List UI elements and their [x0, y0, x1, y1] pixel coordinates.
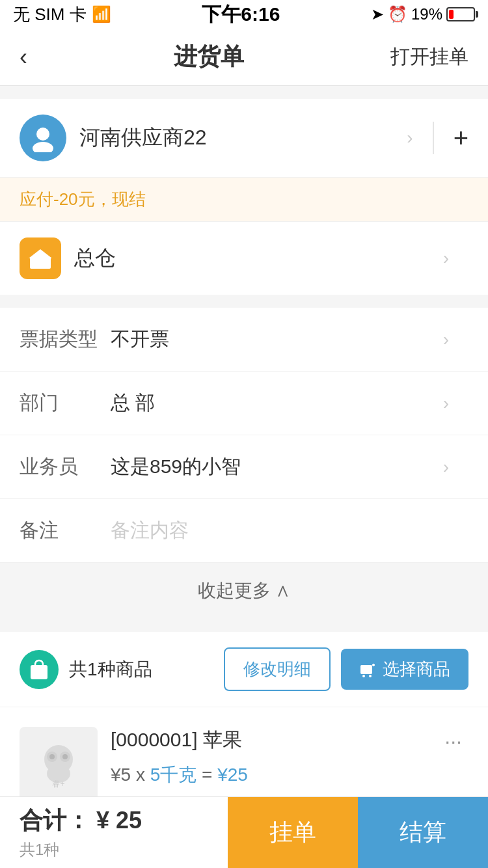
select-product-label: 选择商品: [383, 658, 450, 681]
checkout-button[interactable]: 结算: [358, 797, 488, 869]
product-icon-bg: [20, 650, 59, 689]
svg-rect-6: [360, 665, 372, 674]
salesman-chevron: ›: [443, 457, 449, 478]
product-info: [0000001] 苹果 ¥5 x 5千克 = ¥25: [111, 727, 425, 787]
collapse-button[interactable]: 收起更多 ∧: [0, 563, 488, 619]
product-price: ¥5 x 5千克 = ¥25: [111, 763, 425, 787]
product-title: 苹果: [203, 729, 242, 750]
warehouse-row[interactable]: 总仓 ›: [0, 221, 488, 295]
supplier-section: 河南供应商22 › + 应付-20元，现结 总仓 ›: [0, 99, 488, 295]
battery-percent: 19%: [411, 5, 442, 23]
back-button[interactable]: ‹: [20, 44, 27, 71]
total-label: 合计：: [20, 807, 90, 834]
quantity: 5千克: [150, 765, 197, 785]
form-section: 票据类型 不开票 › 部门 总 部 › 业务员 这是859的小智 › 备注 备注…: [0, 308, 488, 563]
dept-chevron: ›: [443, 393, 449, 414]
warehouse-name: 总仓: [74, 244, 443, 273]
note-row[interactable]: 备注 备注内容: [0, 499, 488, 563]
ticket-label: 票据类型: [20, 326, 111, 353]
page-title: 进货单: [174, 41, 244, 73]
product-header: 共1种商品 修改明细 选择商品: [0, 632, 488, 707]
product-thumbnail: 睿+: [20, 727, 98, 805]
supplier-row[interactable]: 河南供应商22 › +: [0, 99, 488, 178]
dept-value: 总 部: [111, 390, 443, 416]
warehouse-icon-bg: [20, 237, 61, 279]
warehouse-chevron: ›: [443, 248, 449, 269]
line-total: ¥25: [217, 765, 248, 785]
edit-detail-button[interactable]: 修改明细: [224, 647, 331, 691]
multiply-sign: x: [136, 765, 145, 785]
total-amount: 合计： ¥ 25: [20, 805, 208, 837]
product-code: [0000001]: [111, 729, 197, 750]
product-more-button[interactable]: ···: [438, 727, 468, 756]
supplier-name: 河南供应商22: [79, 124, 407, 152]
svg-marker-3: [29, 249, 52, 258]
select-product-button[interactable]: 选择商品: [341, 649, 468, 690]
svg-point-8: [369, 675, 372, 677]
salesman-row[interactable]: 业务员 这是859的小智 ›: [0, 435, 488, 499]
salesman-value: 这是859的小智: [111, 454, 443, 480]
wifi-icon: 📶: [92, 5, 111, 23]
svg-point-1: [33, 142, 53, 152]
svg-point-15: [62, 754, 68, 759]
product-count: 共1种商品: [69, 657, 224, 682]
note-label: 备注: [20, 517, 111, 544]
total-value: ¥ 25: [96, 807, 142, 834]
carrier-label: 无 SIM 卡: [13, 3, 87, 26]
user-icon: [29, 124, 57, 152]
battery-icon: [446, 7, 475, 21]
status-bar-left: 无 SIM 卡 📶: [13, 3, 111, 26]
alarm-icon: ⏰: [388, 5, 407, 23]
cart-icon: [359, 661, 376, 678]
ticket-value: 不开票: [111, 326, 443, 353]
note-placeholder[interactable]: 备注内容: [111, 517, 468, 544]
dept-label: 部门: [20, 390, 111, 416]
chevron-right-icon: ›: [407, 128, 413, 148]
footer-bar: 合计： ¥ 25 共1种 挂单 结算: [0, 796, 488, 868]
unit-price: ¥5: [111, 765, 131, 785]
svg-rect-5: [31, 665, 47, 679]
total-count: 共1种: [20, 839, 208, 860]
total-info: 合计： ¥ 25 共1种: [0, 805, 228, 860]
ticket-row[interactable]: 票据类型 不开票 ›: [0, 308, 488, 372]
status-bar-time: 下午6:16: [202, 1, 280, 28]
status-bar: 无 SIM 卡 📶 下午6:16 ➤ ⏰ 19%: [0, 0, 488, 29]
svg-text:睿+: 睿+: [52, 780, 64, 789]
equals-sign: =: [202, 765, 212, 785]
battery-fill: [449, 10, 454, 19]
dept-row[interactable]: 部门 总 部 ›: [0, 372, 488, 435]
status-bar-right: ➤ ⏰ 19%: [371, 5, 475, 23]
svg-point-0: [36, 128, 49, 141]
svg-point-14: [49, 754, 55, 759]
product-name: [0000001] 苹果: [111, 727, 425, 753]
nav-bar: ‹ 进货单 打开挂单: [0, 29, 488, 86]
supplier-avatar: [20, 115, 66, 161]
supplier-alert: 应付-20元，现结: [0, 178, 488, 221]
open-hang-button[interactable]: 打开挂单: [390, 44, 468, 70]
salesman-label: 业务员: [20, 454, 111, 480]
ticket-chevron: ›: [443, 329, 449, 350]
warehouse-icon: [27, 245, 53, 271]
add-supplier-button[interactable]: +: [454, 124, 468, 153]
svg-point-7: [362, 675, 365, 677]
shopping-bag-icon: [27, 657, 51, 682]
gap-1: [0, 86, 488, 99]
svg-rect-4: [36, 261, 44, 269]
hang-button[interactable]: 挂单: [228, 797, 358, 869]
divider: [433, 122, 434, 154]
product-owl-icon: 睿+: [33, 740, 85, 792]
location-icon: ➤: [371, 5, 384, 23]
